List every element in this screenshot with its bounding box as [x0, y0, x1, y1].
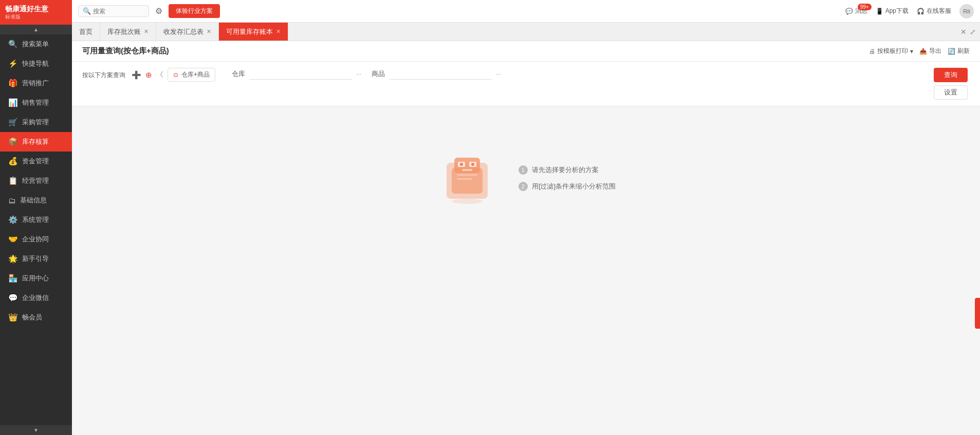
sidebar-nav: 🔍搜索菜单⚡快捷导航🎁营销推广📊销售管理🛒采购管理📦库存核算💰资金管理📋经营管理… — [0, 34, 72, 425]
sidebar-label-finance: 资金管理 — [22, 157, 49, 166]
add-scheme-icon[interactable]: ➕ — [132, 70, 141, 80]
export-btn[interactable]: 📤 导出 — [919, 47, 941, 55]
scheme-item-warehouse-goods[interactable]: ⊙ 仓库+商品 — [168, 68, 215, 82]
tab-summary[interactable]: 收发存汇总表✕ — [156, 23, 219, 41]
user-avatar[interactable]: Rit — [959, 4, 974, 18]
sidebar-icon-wechat: 💬 — [8, 293, 18, 302]
sidebar-icon-marketing: 🎁 — [8, 79, 18, 88]
svg-rect-7 — [462, 169, 472, 171]
sidebar-item-member[interactable]: 👑畅会员 — [0, 308, 72, 327]
sidebar-item-search[interactable]: 🔍搜索菜单 — [0, 34, 72, 54]
empty-state: 1请先选择要分析的方案2用[过滤]条件来缩小分析范围 — [72, 106, 980, 250]
refresh-label: 刷新 — [957, 47, 970, 55]
sidebar-item-apps[interactable]: 🏪应用中心 — [0, 269, 72, 288]
settings-scheme-icon[interactable]: ⊕ — [145, 70, 152, 80]
sidebar-label-shortcut: 快捷导航 — [22, 59, 49, 68]
sidebar-icon-operations: 📋 — [8, 176, 18, 185]
print-icon: 🖨 — [869, 48, 875, 55]
sidebar-icon-shortcut: ⚡ — [8, 59, 18, 68]
tab-close-summary[interactable]: ✕ — [207, 28, 211, 35]
gear-icon[interactable]: ⚙ — [153, 4, 164, 18]
sidebar-label-basic: 基础信息 — [20, 196, 47, 205]
sidebar-item-sales[interactable]: 📊销售管理 — [0, 93, 72, 112]
svg-rect-9 — [457, 178, 472, 180]
sidebar-label-inventory: 库存核算 — [22, 137, 49, 146]
topbar: 🔍 ⚙ 体验行业方案 💬 消息 99+ 📱 App下载 🎧 在线客服 Rit — [72, 0, 980, 23]
warehouse-input[interactable] — [249, 68, 352, 80]
sidebar-item-enterprise[interactable]: 🤝企业协同 — [0, 230, 72, 249]
sidebar-icon-inventory: 📦 — [8, 137, 18, 146]
warehouse-label: 仓库 — [232, 69, 245, 79]
sidebar-label-member: 畅会员 — [22, 313, 42, 322]
sidebar-logo: 畅康通好生意 标准版 — [0, 0, 72, 25]
sidebar-item-wechat[interactable]: 💬企业微信 — [0, 288, 72, 308]
svg-point-5 — [460, 163, 463, 166]
sidebar-item-inventory[interactable]: 📦库存核算 — [0, 132, 72, 152]
tabs-close-all-btn[interactable]: ✕ — [960, 28, 967, 36]
sidebar-label-purchase: 采购管理 — [22, 118, 49, 127]
tab-label-home: 首页 — [79, 27, 93, 36]
sidebar-item-operations[interactable]: 📋经营管理 — [0, 171, 72, 191]
trial-button[interactable]: 体验行业方案 — [169, 4, 220, 18]
sidebar-icon-newbie: 🌟 — [8, 254, 18, 263]
tabs-bar: 首页库存批次账✕收发存汇总表✕可用量库存账本✕✕⤢ — [72, 23, 980, 41]
goods-input[interactable] — [389, 68, 492, 80]
sidebar-label-marketing: 营销推广 — [22, 79, 49, 88]
collapse-icon[interactable]: 《 — [156, 70, 163, 80]
sidebar-item-system[interactable]: ⚙️系统管理 — [0, 210, 72, 230]
scroll-indicator[interactable] — [975, 298, 980, 329]
logo-subtitle: 标准版 — [5, 13, 21, 21]
page-header-actions: 🖨 按模板打印 ▾ 📤 导出 🔄 刷新 — [869, 47, 970, 55]
warehouse-more-icon[interactable]: ··· — [356, 70, 361, 78]
topbar-search-box[interactable]: 🔍 — [78, 5, 149, 17]
search-icon: 🔍 — [83, 7, 91, 15]
tip-text-1: 请先选择要分析的方案 — [532, 165, 599, 175]
sidebar: 畅康通好生意 标准版 ▲ 🔍搜索菜单⚡快捷导航🎁营销推广📊销售管理🛒采购管理📦库… — [0, 0, 72, 435]
logo-title: 畅康通好生意 — [5, 4, 48, 13]
phone-icon: 📱 — [876, 8, 883, 15]
tab-close-available[interactable]: ✕ — [276, 28, 281, 35]
sidebar-icon-search: 🔍 — [8, 40, 18, 49]
print-label: 按模板打印 — [877, 47, 908, 55]
page-header: 可用量查询(按仓库+商品) 🖨 按模板打印 ▾ 📤 导出 🔄 刷新 — [72, 41, 980, 62]
tip-text-2: 用[过滤]条件来缩小分析范围 — [532, 182, 616, 191]
sidebar-icon-finance: 💰 — [8, 157, 18, 166]
sidebar-icon-member: 👑 — [8, 313, 18, 322]
tabs-expand-btn[interactable]: ⤢ — [970, 28, 976, 36]
app-download-btn[interactable]: 📱 App下载 — [876, 7, 909, 15]
tab-label-summary: 收发存汇总表 — [163, 27, 204, 36]
sidebar-item-basic[interactable]: 🗂基础信息 — [0, 191, 72, 210]
tab-home[interactable]: 首页 — [72, 23, 100, 41]
goods-more-icon[interactable]: ··· — [496, 70, 501, 78]
sidebar-scroll-down[interactable]: ▼ — [0, 425, 72, 435]
message-badge: 99+ — [858, 4, 872, 10]
sidebar-item-marketing[interactable]: 🎁营销推广 — [0, 73, 72, 93]
tab-close-batch[interactable]: ✕ — [144, 28, 149, 35]
settings-button[interactable]: 设置 — [934, 85, 968, 100]
message-btn[interactable]: 💬 消息 99+ — [845, 7, 867, 15]
warehouse-field: 仓库 ··· — [232, 68, 361, 80]
sidebar-label-apps: 应用中心 — [22, 274, 49, 283]
refresh-btn[interactable]: 🔄 刷新 — [948, 47, 970, 55]
query-button[interactable]: 查询 — [934, 68, 968, 82]
sidebar-item-newbie[interactable]: 🌟新手引导 — [0, 249, 72, 269]
scheme-label: 仓库+商品 — [181, 70, 210, 79]
tab-label-batch: 库存批次账 — [107, 27, 141, 36]
main-content: 🔍 ⚙ 体验行业方案 💬 消息 99+ 📱 App下载 🎧 在线客服 Rit — [72, 0, 980, 435]
tab-batch[interactable]: 库存批次账✕ — [100, 23, 156, 41]
sidebar-item-shortcut[interactable]: ⚡快捷导航 — [0, 54, 72, 73]
sidebar-icon-system: ⚙️ — [8, 215, 18, 224]
export-label: 导出 — [929, 47, 941, 55]
sidebar-item-purchase[interactable]: 🛒采购管理 — [0, 112, 72, 132]
sidebar-scroll-up[interactable]: ▲ — [0, 25, 72, 34]
page-content: 可用量查询(按仓库+商品) 🖨 按模板打印 ▾ 📤 导出 🔄 刷新 按以下 — [72, 41, 980, 435]
service-btn[interactable]: 🎧 在线客服 — [917, 7, 951, 15]
tab-available[interactable]: 可用量库存账本✕ — [219, 23, 288, 41]
sidebar-icon-enterprise: 🤝 — [8, 235, 18, 244]
empty-tips: 1请先选择要分析的方案2用[过滤]条件来缩小分析范围 — [519, 165, 616, 191]
tabs-end: ✕⤢ — [956, 28, 980, 36]
search-input[interactable] — [93, 8, 144, 15]
svg-point-10 — [452, 199, 483, 204]
print-btn[interactable]: 🖨 按模板打印 ▾ — [869, 47, 913, 55]
sidebar-item-finance[interactable]: 💰资金管理 — [0, 152, 72, 171]
